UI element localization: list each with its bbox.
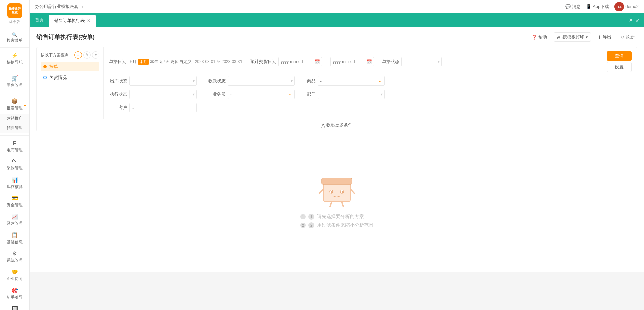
empty-illustration-svg [317,168,357,208]
date-label: 单据日期 [109,59,126,65]
shortcut-自定义[interactable]: 自定义 [179,59,192,65]
dept-label: 部门 [306,91,316,97]
help-icon: ❓ [532,35,537,40]
sidebar-item-newbie[interactable]: 🎯 新手引导 [0,285,29,303]
sidebar-item-inventory[interactable]: 📊 库存核算 [0,174,29,192]
breadcrumb-dropdown-icon[interactable]: ▾ [81,4,84,9]
template-print-button[interactable]: 🖨 按模板打印 ▾ [554,32,591,42]
help-button[interactable]: ❓ 帮助 [529,33,550,41]
svg-rect-1 [322,178,352,184]
message-button[interactable]: 💬 消息 [565,4,581,10]
empty-tip-2-text: 用过滤条件来缩小分析范围 [317,222,373,228]
filter-item-receipt-status: 收款状态 ▾ [207,76,295,86]
tab-home[interactable]: 首页 [30,13,49,27]
date-range-separator: — [324,59,328,64]
newbie-icon: 🎯 [11,287,18,294]
tabbar-right-actions: ✕ ⤢ [629,17,644,23]
scheme-item-按单[interactable]: 按单 [41,62,99,71]
shortcut-上月[interactable]: 上月 [128,59,137,65]
exec-status-label: 执行状态 [109,91,127,97]
svg-line-6 [319,189,323,193]
sidebar-item-enterprise[interactable]: 🤝 企业协同 [0,266,29,285]
export-label: 导出 [603,34,611,40]
help-label: 帮助 [538,34,547,40]
exec-status-select[interactable] [129,90,197,99]
refresh-button[interactable]: ↺ 刷新 [618,33,637,41]
delivery-status-select[interactable] [129,76,197,86]
close-window-icon[interactable]: ✕ [629,17,633,23]
scheme-item-欠货情况[interactable]: 欠货情况 [41,73,99,82]
tab-sales-order[interactable]: 销售订单执行表 ✕ [49,15,96,27]
svg-line-9 [342,202,343,207]
basic-icon: 📋 [11,232,18,238]
search-menu-button[interactable]: 🔍 搜索菜单 [3,31,26,45]
sidebar-item-retail[interactable]: 🛒 零售管理 [0,72,29,91]
svg-rect-0 [323,182,350,202]
filter-item-delivery-status: 出库状态 ▾ [109,76,197,86]
goods-input[interactable] [318,76,385,86]
shortcut-近7天[interactable]: 近7天 [159,59,169,65]
sidebar-search-section: 🔍 搜索菜单 [0,28,29,48]
customer-label: 客户 [109,105,127,111]
purchase-icon: 🛍 [12,158,17,164]
date-to-input[interactable] [330,57,374,66]
topbar: 办公用品行业模拟账套 ▾ 💬 消息 📱 App下载 Ea demo2 [30,0,644,13]
sidebar-item-basic[interactable]: 📋 基础信息 [0,229,29,248]
sidebar-item-system[interactable]: ⚙ 系统管理 [0,248,29,266]
salesperson-input[interactable] [228,90,295,99]
collapse-more-button[interactable]: ⋀ 收起更多条件 [37,119,637,131]
logo-label: 标准版 [9,19,20,24]
sidebar-sub-item-marketing[interactable]: 营销推广 [0,114,29,123]
dept-select[interactable] [318,90,385,99]
sidebar-item-ecommerce[interactable]: 🖥 电商管理 [0,138,29,156]
status-label: 单据状态 [382,59,399,65]
svg-point-5 [342,191,344,193]
collapse-scheme-button[interactable]: « [92,51,99,59]
delivery-date-label: 预计交货日期 [250,59,276,65]
user-profile-button[interactable]: Ea demo2 [614,2,639,11]
sidebar-item-purchase[interactable]: 🛍 采购管理 [0,156,29,174]
sidebar-item-quick-nav[interactable]: ⚡ 快捷导航 [0,50,29,68]
quick-nav-label: 快捷导航 [7,60,23,65]
expand-window-icon[interactable]: ⤢ [636,17,640,23]
filter-row-3: 执行状态 ▾ 业务员 ··· [109,90,632,99]
newbie-label: 新手引导 [7,295,23,300]
shortcut-本年[interactable]: 本年 [150,59,158,65]
sidebar-sub-item-sales[interactable]: 销售管理 [0,123,29,133]
enterprise-label: 企业协同 [7,276,23,282]
receipt-status-select[interactable] [228,76,295,86]
logo-icon: 畅捷通好生意 [7,3,22,18]
page-actions: ❓ 帮助 🖨 按模板打印 ▾ ⬇ 导出 ↺ 刷新 [529,32,637,42]
query-button[interactable]: 查询 [607,51,632,61]
filter-row-4: 客户 ··· [109,103,632,112]
sidebar-item-apps[interactable]: 🔲 应用中心 [0,303,29,310]
goods-input-wrapper: ··· [318,76,385,86]
app-download-label: App下载 [593,4,609,10]
add-scheme-button[interactable]: + [74,51,82,59]
retail-label: 零售管理 [7,83,23,88]
print-icon: 🖨 [557,35,561,40]
receipt-status-wrapper: ▾ [228,76,295,86]
date-shortcut-group: 上月 本月 本年 近7天 更多 自定义 [128,59,192,65]
tab-close-icon[interactable]: ✕ [87,18,90,23]
sidebar-item-wholesale[interactable]: 📦 批发管理 [0,95,29,114]
export-button[interactable]: ⬇ 导出 [595,33,614,41]
shortcut-更多[interactable]: 更多 [170,59,178,65]
filter-item-delivery-date: 预计交货日期 📅 — 📅 [250,57,374,66]
date-from-input[interactable] [278,57,322,66]
sidebar-nav-wholesale: 📦 批发管理 营销推广 销售管理 [0,93,29,136]
inventory-icon: 📊 [11,176,18,183]
edit-scheme-button[interactable]: ✎ [83,51,91,59]
delivery-status-label: 出库状态 [109,78,127,84]
customer-input[interactable] [129,103,197,112]
retail-icon: 🛒 [11,75,18,82]
sidebar-item-finance[interactable]: 💳 资金管理 [0,192,29,211]
status-select[interactable] [401,57,442,66]
settings-button[interactable]: 设置 [607,62,632,72]
sidebar-item-operation[interactable]: 📈 经营管理 [0,211,29,229]
filter-scheme-header: 按以下方案查询 + ✎ « [41,51,99,59]
shortcut-本月[interactable]: 本月 [138,59,149,65]
template-print-arrow: ▾ [586,35,588,40]
finance-icon: 💳 [11,195,18,201]
app-download-button[interactable]: 📱 App下载 [586,4,609,10]
